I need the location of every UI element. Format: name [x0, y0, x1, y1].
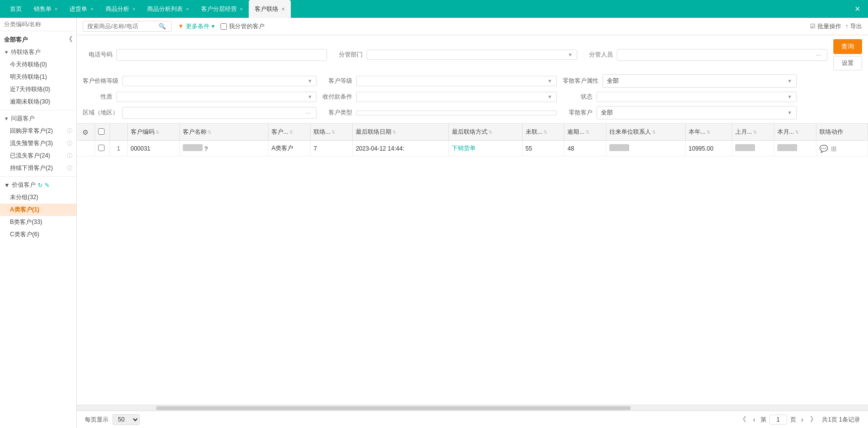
scroll-thumb[interactable] [156, 406, 631, 410]
contact-method-link[interactable]: 下销货单 [452, 145, 476, 152]
my-customers-checkbox[interactable]: 我分管的客户 [220, 22, 265, 31]
col-customer-code[interactable]: 客户编码⇅ [127, 124, 180, 141]
chat-icon[interactable]: 💬 [819, 145, 828, 153]
query-button[interactable]: 查询 [833, 39, 862, 54]
col-this-month[interactable]: 本月...⇅ [774, 124, 816, 141]
more-filters-button[interactable]: ▼ 更多条件 ▾ [178, 22, 215, 31]
sidebar-item-7days[interactable]: 近7天待联络(0) [0, 83, 76, 96]
payment-select[interactable]: ▼ [356, 92, 556, 102]
cell-no-contact: 55 [522, 141, 564, 157]
col-company-contact[interactable]: 往来单位联系人⇅ [606, 124, 685, 141]
sidebar-section-pending[interactable]: ▼ 待联络客户 [0, 46, 76, 58]
nav-tab-goods-analysis[interactable]: 商品分析 × [100, 0, 141, 18]
col-this-year[interactable]: 本年...⇅ [685, 124, 732, 141]
nav-tab-customer-contact[interactable]: 客户联络 × [249, 0, 290, 18]
close-icon[interactable]: × [90, 6, 93, 12]
close-icon[interactable]: × [54, 6, 57, 12]
region-label: 区域（地区） [83, 108, 118, 117]
filter-cell-dept: 分管部门 ▼ [333, 50, 583, 60]
nav-home[interactable]: 首页 [4, 0, 28, 18]
sidebar-item-ungrouped[interactable]: 未分组(32) [0, 191, 76, 204]
sidebar-item-a-class[interactable]: A类客户(1) [0, 204, 76, 216]
close-icon[interactable]: × [132, 6, 135, 12]
region-select[interactable]: ··· [122, 107, 317, 119]
cell-company-contact [606, 141, 685, 157]
dropdown-icon: ▾ [212, 23, 215, 30]
action-buttons: 查询 设置 [833, 39, 862, 70]
dots-icon[interactable]: ··· [303, 109, 312, 116]
first-page-button[interactable]: 《 [737, 415, 748, 424]
customer-type-select[interactable] [356, 110, 556, 115]
col-settings[interactable]: ⚙ [77, 124, 95, 141]
sidebar-item-churn-warning[interactable]: 流失预警客户(3) ⓘ [0, 137, 76, 150]
customer-level-label: 客户等级 [323, 77, 352, 85]
cell-last-contact-method: 下销货单 [448, 141, 522, 157]
sidebar-item-repurchase-abnormal[interactable]: 回购异常客户(2) ⓘ [0, 125, 76, 137]
price-level-label: 客户价格等级 [83, 77, 118, 85]
window-close-button[interactable]: × [851, 4, 864, 14]
sidebar-search-input[interactable] [4, 21, 77, 28]
sort-icon: ⇅ [543, 130, 547, 135]
sidebar-item-tomorrow[interactable]: 明天待联络(1) [0, 71, 76, 83]
last-page-button[interactable]: 》 [808, 415, 819, 424]
nature-select[interactable]: ▼ [116, 92, 317, 102]
phone-input[interactable] [116, 49, 327, 61]
sidebar-item-today[interactable]: 今天待联络(0) [0, 58, 76, 71]
my-customers-check[interactable] [220, 23, 227, 30]
toolbar-right: ☑ 批量操作 ↑ 导出 [810, 22, 862, 31]
dept-select[interactable]: ▼ [367, 50, 577, 60]
sort-icon: ⇅ [488, 130, 492, 135]
customer-level-select[interactable]: ▼ [356, 76, 556, 86]
sidebar-item-churned[interactable]: 已流失客户(24) ⓘ [0, 150, 76, 162]
collapse-icon[interactable]: 《 [65, 35, 72, 44]
sort-icon: ⇅ [392, 130, 396, 135]
select-all-checkbox[interactable] [98, 128, 105, 135]
edit-icon[interactable]: ✎ [45, 182, 50, 189]
sidebar-item-declining[interactable]: 持续下滑客户(2) ⓘ [0, 162, 76, 174]
per-page-select[interactable]: 50 100 200 [112, 414, 140, 425]
qr-icon[interactable]: ⊞ [831, 145, 837, 153]
col-last-contact-date[interactable]: 最后联络日期⇅ [352, 124, 448, 141]
settings-icon[interactable]: ⚙ [82, 128, 89, 136]
sidebar-item-b-class[interactable]: B类客户(33) [0, 216, 76, 228]
search-input[interactable] [87, 23, 157, 30]
col-contact-action: 联络动作 [816, 124, 868, 141]
col-last-contact-method[interactable]: 最后联络方式⇅ [448, 124, 522, 141]
search-icon[interactable]: 🔍 [159, 23, 166, 30]
batch-operations-button[interactable]: ☑ 批量操作 [810, 22, 841, 31]
sidebar-search-box: 🔍 [0, 18, 76, 31]
prev-page-button[interactable]: ‹ [751, 416, 758, 424]
cell-overdue: 48 [564, 141, 606, 157]
sidebar-item-c-class[interactable]: C类客户(6) [0, 228, 76, 241]
sidebar-section-problem[interactable]: ▼ 问题客户 [0, 112, 76, 125]
refresh-icon[interactable]: ↻ [38, 182, 43, 189]
close-icon[interactable]: × [281, 6, 284, 12]
close-icon[interactable]: × [240, 6, 243, 12]
col-last-month[interactable]: 上月...⇅ [732, 124, 774, 141]
export-button[interactable]: ↑ 导出 [845, 22, 862, 31]
page-number-input[interactable] [769, 415, 787, 425]
status-select[interactable]: ▼ [597, 92, 797, 102]
nav-tab-sales[interactable]: 销售单 × [28, 0, 63, 18]
col-overdue[interactable]: 逾期...⇅ [564, 124, 606, 141]
col-contact[interactable]: 联络...⇅ [310, 124, 352, 141]
col-no-contact[interactable]: 未联...⇅ [522, 124, 564, 141]
dots-icon[interactable]: ··· [814, 52, 823, 58]
col-num [109, 124, 127, 141]
nav-tab-purchase[interactable]: 进货单 × [63, 0, 99, 18]
sidebar-divider [0, 176, 76, 177]
retail-attr-select[interactable]: 全部 ▼ [602, 74, 797, 88]
col-customer-level[interactable]: 客户...⇅ [269, 124, 311, 141]
sidebar-item-overdue[interactable]: 逾期未联络(30) [0, 96, 76, 108]
col-customer-name[interactable]: 客户名称⇅ [180, 124, 269, 141]
settings-button[interactable]: 设置 [833, 56, 862, 70]
price-level-select[interactable]: ▼ [122, 76, 317, 86]
retail-customer-select[interactable]: 全部 ▼ [597, 106, 797, 119]
person-select[interactable]: ··· [617, 49, 827, 61]
nav-tab-goods-analysis-list[interactable]: 商品分析列表 × [141, 0, 195, 18]
horizontal-scrollbar[interactable] [77, 405, 868, 411]
nav-tab-customer-segment[interactable]: 客户分层经营 × [195, 0, 249, 18]
row-checkbox[interactable] [98, 145, 105, 151]
next-page-button[interactable]: › [799, 416, 806, 424]
close-icon[interactable]: × [186, 6, 189, 12]
